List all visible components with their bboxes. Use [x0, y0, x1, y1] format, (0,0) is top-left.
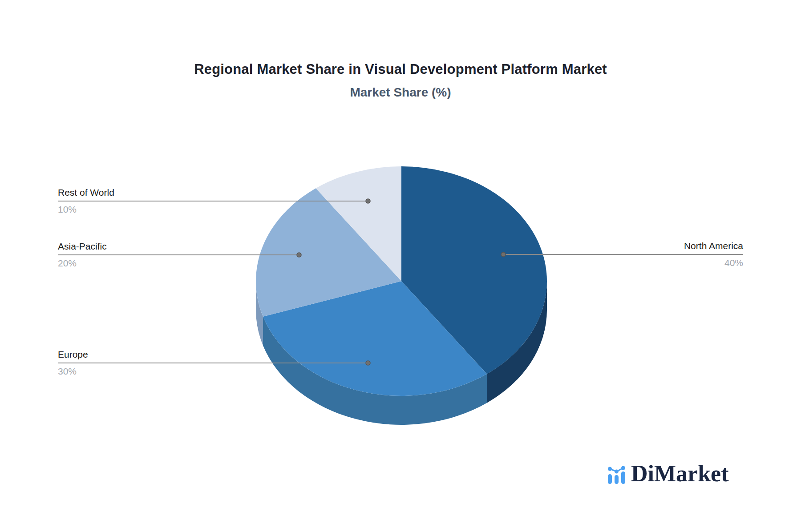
brand-logo-text: DiMarket	[631, 463, 728, 485]
label-rest-of-world-name: Rest of World	[58, 187, 307, 198]
label-rest-of-world-value: 10%	[58, 204, 307, 215]
chart-canvas: Regional Market Share in Visual Developm…	[0, 0, 801, 532]
label-asia-pacific-value: 20%	[58, 258, 307, 269]
label-europe: Europe 30%	[58, 349, 307, 377]
label-north-america-name: North America	[494, 240, 743, 252]
label-asia-pacific: Asia-Pacific 20%	[58, 241, 307, 269]
bar-chart-trend-icon	[605, 464, 626, 485]
label-north-america-value: 40%	[494, 257, 743, 269]
leader-dot-europe	[366, 361, 370, 365]
label-asia-pacific-name: Asia-Pacific	[58, 241, 307, 252]
label-europe-value: 30%	[58, 366, 307, 377]
leader-dot-rest-of-world	[366, 199, 370, 203]
label-north-america: North America 40%	[494, 240, 743, 269]
label-europe-name: Europe	[58, 349, 307, 360]
label-rest-of-world: Rest of World 10%	[58, 187, 307, 215]
brand-logo[interactable]: DiMarket	[605, 463, 728, 485]
